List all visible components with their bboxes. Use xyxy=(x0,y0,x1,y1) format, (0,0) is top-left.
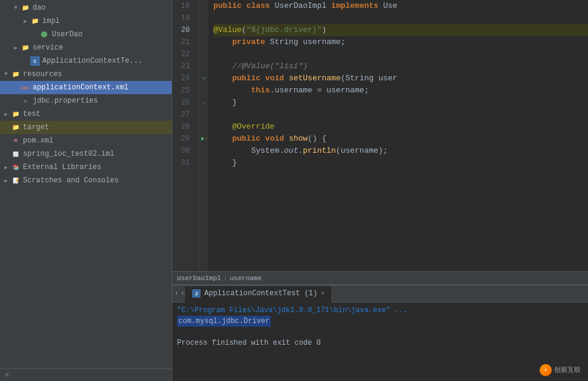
console-line-2: com.mysql.jdbc.Driver xyxy=(177,316,583,327)
class-name: UserDaoImpl xyxy=(274,0,326,12)
console-line-1: "C:\Program Files\Java\jdk1.8.0_171\bin\… xyxy=(177,305,583,316)
breadcrumb-separator: › xyxy=(224,275,228,282)
line-num-19: 19 xyxy=(172,12,195,24)
sidebar-item-iml[interactable]: ⬜ spring_ioc_test02.iml xyxy=(0,147,172,161)
maven-icon: m xyxy=(11,136,21,146)
folder-icon: 📁 xyxy=(21,3,30,13)
console-highlighted-text: com.mysql.jdbc.Driver xyxy=(177,316,271,327)
sidebar-item-label: applicationContext.xml xyxy=(33,83,128,92)
code-line-21: private String username; xyxy=(213,36,588,48)
run-indicator: ● ↑ xyxy=(200,135,208,142)
gutter-31 xyxy=(200,157,208,169)
chevron-right-icon: ▶ xyxy=(2,110,10,118)
breadcrumb-class: UserDaoImpl xyxy=(177,275,221,282)
gutter-30 xyxy=(200,145,208,157)
code-line-24: public void setUsername(String user xyxy=(213,72,588,85)
tab-java-icon: J xyxy=(192,289,201,298)
line-num-22: 22 xyxy=(172,48,195,60)
gutter-27 xyxy=(200,109,208,121)
scroll-up-icon[interactable]: ⬆ xyxy=(175,291,178,297)
line-num-18: 18 xyxy=(172,0,195,12)
console-line-4: Process finished with exit code 0 xyxy=(177,338,583,348)
iml-icon: ⬜ xyxy=(11,149,21,159)
code-line-31: } xyxy=(213,157,588,169)
scratches-icon: 📝 xyxy=(11,176,21,185)
chevron-right-icon: ▶ xyxy=(2,177,10,184)
bottom-tabs: ⬆ ⬇ ↩ J ApplicationContextTest (1) × xyxy=(172,286,588,303)
bottom-panel: ⬆ ⬇ ↩ J ApplicationContextTest (1) × "C:… xyxy=(172,284,588,381)
line-num-26: 26 xyxy=(172,97,195,109)
keyword: void xyxy=(265,133,284,145)
sidebar-item-ext-libs[interactable]: ▶ 📚 External Libraries xyxy=(0,161,172,174)
string: "${jdbc.driver}" xyxy=(247,24,322,36)
keyword: implements xyxy=(331,0,378,12)
code-line-25: this.username = username; xyxy=(213,85,588,97)
sidebar-item-target[interactable]: 📁 target xyxy=(0,121,172,134)
line-numbers: 18 19 20 21 22 23 24 25 26 27 28 29 30 3… xyxy=(172,0,200,271)
sidebar-item-label: dao xyxy=(33,4,46,12)
gutter-20 xyxy=(200,24,208,36)
sidebar-item-service[interactable]: ▶ 📁 service xyxy=(0,41,172,54)
code-content[interactable]: public class UserDaoImpl implements Use … xyxy=(208,0,588,271)
gutter-26: — xyxy=(200,97,208,109)
console-line-3 xyxy=(177,327,583,338)
console-url: "C:\Program Files\Java\jdk1.8.0_171\bin\… xyxy=(177,305,408,316)
sidebar-item-appcontext-xml[interactable]: xml applicationContext.xml xyxy=(0,81,172,94)
main-panel: 18 19 20 21 22 23 24 25 26 27 28 29 30 3… xyxy=(172,0,588,381)
annotation: @Override xyxy=(213,121,274,133)
code-line-22 xyxy=(213,48,588,60)
editor-panel: 18 19 20 21 22 23 24 25 26 27 28 29 30 3… xyxy=(172,0,588,284)
comment: //@Value("lisi") xyxy=(213,60,308,72)
sidebar-item-dao[interactable]: ▼ 📁 dao xyxy=(0,1,172,14)
keyword: public xyxy=(213,0,242,12)
line-num-20: 20 xyxy=(172,24,195,36)
sidebar-item-jdbc-props[interactable]: ⚙ jdbc.properties xyxy=(0,94,172,107)
breadcrumb-bar: UserDaoImpl › username xyxy=(172,271,588,284)
keyword: this xyxy=(251,85,270,97)
run-arrow-icon: ↑ xyxy=(205,136,208,142)
line-num-25: 25 xyxy=(172,85,195,97)
gutter-18 xyxy=(200,0,208,12)
chevron-right-icon: ▶ xyxy=(22,18,29,25)
sidebar-item-appcontexttest[interactable]: C ApplicationContextTe... xyxy=(0,54,172,68)
code-area: 18 19 20 21 22 23 24 25 26 27 28 29 30 3… xyxy=(172,0,588,271)
sidebar-item-impl[interactable]: ▶ 📁 impl xyxy=(0,14,172,28)
watermark-logo: ✦ xyxy=(540,364,552,376)
line-num-31: 31 xyxy=(172,157,195,169)
code-line-27 xyxy=(213,109,588,121)
line-num-28: 28 xyxy=(172,121,195,133)
console-tab[interactable]: J ApplicationContextTest (1) × xyxy=(185,286,332,303)
folder-icon: 📁 xyxy=(21,43,30,53)
sidebar-item-label: External Libraries xyxy=(23,163,102,171)
sidebar-item-test[interactable]: ▶ 📁 test xyxy=(0,107,172,121)
watermark-logo-text: ✦ xyxy=(544,365,547,376)
code-line-26: } xyxy=(213,97,588,109)
scroll-down-icon[interactable]: ⬇ xyxy=(181,291,184,297)
gutter-24: ▽ xyxy=(200,72,208,85)
code-line-29: public void show() { xyxy=(213,133,588,145)
sidebar-item-label: jdbc.properties xyxy=(33,97,98,105)
sidebar-item-pom[interactable]: m pom.xml xyxy=(0,134,172,147)
console-output: "C:\Program Files\Java\jdk1.8.0_171\bin\… xyxy=(172,303,588,381)
tab-close-button[interactable]: × xyxy=(321,290,325,297)
chevron-right-icon: ▶ xyxy=(2,164,10,171)
interface-icon xyxy=(40,30,50,39)
line-num-24: 24 xyxy=(172,72,195,85)
gutter-23 xyxy=(200,60,208,72)
tab-label: ApplicationContextTest (1) xyxy=(204,289,317,298)
sidebar-item-scratches[interactable]: ▶ 📝 Scratches and Consoles xyxy=(0,174,172,187)
sidebar-item-label: resources xyxy=(23,70,62,78)
code-line-19 xyxy=(213,12,588,24)
console-exit-text: Process finished with exit code 0 xyxy=(177,338,321,348)
lib-icon: 📚 xyxy=(11,162,21,172)
code-line-28: @Override xyxy=(213,121,588,133)
gutter-22 xyxy=(200,48,208,60)
gutter-28 xyxy=(200,121,208,133)
sidebar-item-label: Scratches and Consoles xyxy=(23,176,118,185)
line-num-21: 21 xyxy=(172,36,195,48)
sidebar-item-userdao[interactable]: UserDao xyxy=(0,28,172,41)
folder-icon: 📁 xyxy=(11,109,21,119)
code-line-30: System.out.println(username); xyxy=(213,145,588,157)
sidebar-item-resources[interactable]: ▼ 📁 resources xyxy=(0,68,172,81)
sidebar-item-label: UserDao xyxy=(52,30,82,39)
